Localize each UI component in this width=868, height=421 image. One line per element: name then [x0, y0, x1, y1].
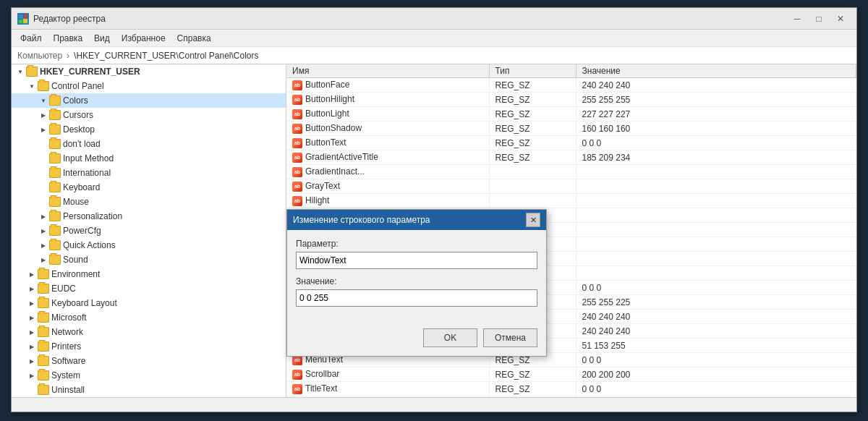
expander-printers[interactable]: ▶	[26, 341, 38, 352]
param-input[interactable]	[296, 252, 537, 269]
tree-item-hkcu[interactable]: ▼ HKEY_CURRENT_USER	[12, 64, 286, 79]
tree-item-personalization[interactable]: ▶ Personalization	[12, 209, 286, 224]
tree-item-environment[interactable]: ▶ Environment	[12, 267, 286, 281]
tree-item-keyboardlayout[interactable]: ▶ Keyboard Layout	[12, 296, 286, 310]
cell-value	[576, 223, 856, 237]
table-row[interactable]: abButtonLightREG_SZ227 227 227	[286, 107, 856, 122]
tree-item-microsoft[interactable]: ▶ Microsoft	[12, 310, 286, 325]
dialog-close-button[interactable]: ✕	[526, 213, 540, 227]
tree-item-cursors[interactable]: ▶ Cursors	[12, 108, 286, 122]
cell-type: REG_SZ	[489, 78, 576, 93]
tree-item-colors[interactable]: ▼ Colors	[12, 93, 286, 108]
value-input[interactable]	[296, 289, 537, 307]
title-bar-buttons: ─ □ ✕	[787, 10, 851, 27]
table-row[interactable]: abGradientInact...	[286, 165, 856, 179]
table-row[interactable]: abScrollbarREG_SZ200 200 200	[286, 367, 856, 382]
folder-icon-microsoft	[38, 312, 49, 323]
cell-name: abScrollbar	[286, 367, 489, 382]
tree-label-controlpanel: Control Panel	[51, 81, 104, 91]
expander-eudc[interactable]: ▶	[26, 283, 38, 294]
cell-value: 240 240 240	[576, 78, 856, 93]
folder-icon-personalization	[49, 211, 61, 221]
table-row[interactable]: abButtonFaceREG_SZ240 240 240	[286, 78, 856, 93]
maximize-button[interactable]: □	[809, 10, 829, 27]
expander-desktop[interactable]: ▶	[38, 124, 49, 135]
minimize-button[interactable]: ─	[787, 10, 807, 27]
tree-item-mouse[interactable]: ▶ Mouse	[12, 195, 286, 209]
menu-edit[interactable]: Правка	[48, 32, 89, 45]
tree-label-dontload: don't load	[63, 139, 101, 149]
tree-item-eudc[interactable]: ▶ EUDC	[12, 281, 286, 296]
expander-software[interactable]: ▶	[26, 355, 38, 367]
ok-button[interactable]: OK	[423, 328, 477, 347]
cell-type: REG_SZ	[489, 107, 576, 122]
tree-item-printers[interactable]: ▶ Printers	[12, 339, 286, 354]
menu-file[interactable]: Файл	[14, 32, 48, 45]
menu-help[interactable]: Справка	[171, 32, 217, 45]
table-row[interactable]: abButtonShadowREG_SZ160 160 160	[286, 122, 856, 136]
main-content: ▼ HKEY_CURRENT_USER ▼ Control Panel ▼ Co…	[12, 64, 856, 397]
col-type: Тип	[489, 64, 576, 78]
expander-colors[interactable]: ▼	[38, 95, 49, 106]
table-row[interactable]: abGrayText	[286, 179, 856, 194]
expander-keyboardlayout[interactable]: ▶	[26, 297, 38, 309]
expander-network[interactable]: ▶	[26, 326, 38, 338]
tree-item-controlpanel[interactable]: ▼ Control Panel	[12, 79, 286, 93]
tree-item-uninstall[interactable]: ▶ Uninstall	[12, 383, 286, 397]
table-row[interactable]: abWindowREG_SZ255 255 255	[286, 396, 856, 398]
tree-item-keyboard[interactable]: ▶ Keyboard	[12, 180, 286, 195]
folder-icon-software	[38, 356, 49, 366]
table-row[interactable]: abHilight	[286, 194, 856, 208]
cell-value	[576, 165, 856, 179]
tree-item-quickactions[interactable]: ▶ Quick Actions	[12, 238, 286, 252]
reg-value-icon: ab	[292, 109, 302, 119]
table-row[interactable]: abTitleTextREG_SZ0 0 0	[286, 382, 856, 396]
tree-item-desktop[interactable]: ▶ Desktop	[12, 122, 286, 137]
expander-sound[interactable]: ▶	[38, 254, 49, 265]
cell-name: abButtonLight	[286, 107, 489, 122]
tree-item-dontload[interactable]: ▶ don't load	[12, 137, 286, 151]
reg-value-icon: ab	[292, 80, 302, 90]
reg-value-icon: ab	[292, 153, 302, 163]
tree-item-powercfg[interactable]: ▶ PowerCfg	[12, 224, 286, 238]
menu-view[interactable]: Вид	[88, 32, 116, 45]
cell-name: abTitleText	[286, 382, 489, 396]
address-path: \HKEY_CURRENT_USER\Control Panel\Colors	[74, 51, 258, 61]
cell-value: 185 209 234	[576, 150, 856, 165]
cell-type	[489, 194, 576, 208]
tree-item-sound[interactable]: ▶ Sound	[12, 252, 286, 267]
tree-item-international[interactable]: ▶ International	[12, 166, 286, 180]
folder-icon-environment	[38, 269, 49, 279]
table-row[interactable]: abButtonHilightREG_SZ255 255 255	[286, 93, 856, 107]
expander-microsoft[interactable]: ▶	[26, 312, 38, 323]
expander-system[interactable]: ▶	[26, 370, 38, 381]
reg-value-icon: ab	[292, 167, 302, 177]
expander-personalization[interactable]: ▶	[38, 210, 49, 222]
tree-item-network[interactable]: ▶ Network	[12, 325, 286, 339]
expander-quickactions[interactable]: ▶	[38, 239, 49, 251]
reg-value-icon: ab	[292, 384, 302, 394]
cell-value	[576, 208, 856, 223]
cell-type: REG_SZ	[489, 382, 576, 396]
tree-item-system[interactable]: ▶ System	[12, 368, 286, 383]
tree-label-keyboard: Keyboard	[63, 182, 100, 192]
menu-favorites[interactable]: Избранное	[116, 32, 171, 45]
svg-rect-0	[19, 14, 23, 19]
expander-hkcu[interactable]: ▼	[14, 66, 26, 77]
expander-cursors[interactable]: ▶	[38, 109, 49, 121]
table-row[interactable]: abButtonTextREG_SZ0 0 0	[286, 136, 856, 150]
cell-type	[489, 165, 576, 179]
expander-environment[interactable]: ▶	[26, 268, 38, 280]
table-row[interactable]: abGradientActiveTitleREG_SZ185 209 234	[286, 150, 856, 165]
expander-controlpanel[interactable]: ▼	[26, 80, 38, 92]
cancel-button[interactable]: Отмена	[483, 328, 537, 347]
svg-rect-2	[19, 20, 22, 23]
tree-item-software[interactable]: ▶ Software	[12, 354, 286, 368]
cell-name: abButtonText	[286, 136, 489, 150]
tree-label-hkcu: HKEY_CURRENT_USER	[40, 67, 140, 77]
close-button[interactable]: ✕	[830, 10, 851, 27]
window-title: Редактор реестра	[33, 14, 106, 24]
expander-powercfg[interactable]: ▶	[38, 225, 49, 237]
tree-item-inputmethod[interactable]: ▶ Input Method	[12, 151, 286, 166]
tree-label-inputmethod: Input Method	[63, 153, 114, 163]
